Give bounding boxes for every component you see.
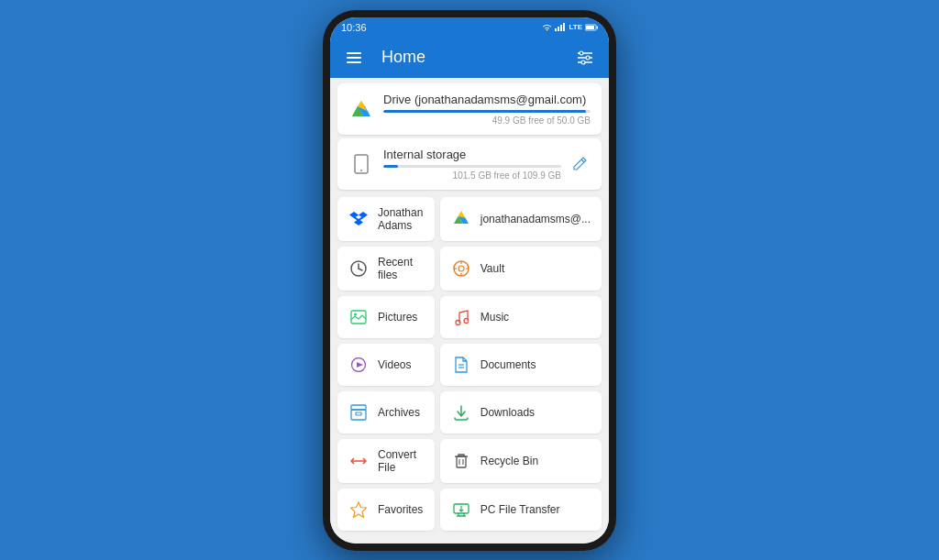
grid-item-pictures[interactable]: Pictures bbox=[337, 296, 435, 338]
svg-marker-27 bbox=[359, 215, 363, 221]
wifi-icon bbox=[542, 23, 552, 31]
star-icon bbox=[348, 500, 369, 520]
grid-item-vault[interactable]: Vault bbox=[440, 247, 602, 291]
grid-item-videos[interactable]: Videos bbox=[337, 344, 435, 386]
google-drive-label: jonathanadamsms@... bbox=[481, 213, 591, 225]
pc-file-transfer-label: PC File Transfer bbox=[481, 503, 560, 516]
music-icon bbox=[451, 307, 471, 327]
download-svg bbox=[453, 404, 470, 421]
archives-label: Archives bbox=[378, 406, 420, 419]
grid-item-music[interactable]: Music bbox=[440, 296, 602, 338]
video-svg bbox=[350, 357, 367, 372]
grid-item-pc-file-transfer[interactable]: PC File Transfer bbox=[440, 489, 602, 531]
edit-icon bbox=[571, 156, 588, 172]
svg-rect-7 bbox=[586, 26, 594, 29]
svg-marker-19 bbox=[358, 101, 365, 106]
recycle-bin-label: Recycle Bin bbox=[481, 455, 538, 467]
grid-item-google-drive[interactable]: jonathanadamsms@... bbox=[440, 197, 602, 241]
drive-bar-fill bbox=[383, 110, 586, 113]
drive-card[interactable]: Drive (jonathanadamsms@gmail.com) 49.9 G… bbox=[337, 83, 602, 135]
svg-rect-54 bbox=[457, 456, 466, 467]
dropbox-icon bbox=[348, 209, 369, 229]
svg-point-42 bbox=[354, 313, 357, 315]
document-svg bbox=[454, 357, 469, 373]
documents-label: Documents bbox=[481, 358, 536, 371]
menu-button[interactable] bbox=[341, 45, 367, 71]
drive-info: Drive (jonathanadamsms@gmail.com) 49.9 G… bbox=[383, 93, 591, 126]
status-time: 10:36 bbox=[341, 22, 367, 33]
drive-free-space: 49.9 GB free of 50.0 GB bbox=[383, 115, 591, 126]
video-icon bbox=[348, 355, 369, 375]
google-drive-icon bbox=[350, 98, 372, 120]
svg-point-13 bbox=[581, 60, 585, 64]
archive-icon bbox=[348, 402, 369, 423]
svg-point-21 bbox=[360, 170, 362, 171]
status-icons: LTE bbox=[542, 23, 598, 31]
phone-icon bbox=[353, 154, 370, 174]
convert-file-label: Convert File bbox=[378, 448, 424, 474]
internal-storage-card[interactable]: Internal storage 101.5 GB free of 109.9 … bbox=[337, 138, 602, 190]
svg-marker-46 bbox=[357, 362, 363, 368]
star-svg bbox=[350, 501, 367, 518]
apps-grid: Jonathan Adams jonathanadamsms@... bbox=[330, 193, 609, 538]
internal-storage-name: Internal storage bbox=[383, 148, 561, 161]
content-scroll[interactable]: Drive (jonathanadamsms@gmail.com) 49.9 G… bbox=[330, 78, 609, 544]
svg-marker-26 bbox=[354, 215, 359, 221]
internal-storage-bar bbox=[383, 165, 561, 168]
document-icon bbox=[451, 355, 471, 375]
trash-icon bbox=[451, 451, 471, 471]
svg-line-22 bbox=[581, 159, 584, 162]
videos-label: Videos bbox=[378, 358, 411, 371]
grid-item-documents[interactable]: Documents bbox=[440, 344, 602, 386]
storage-edit-button[interactable] bbox=[569, 153, 591, 175]
transfer-icon bbox=[451, 500, 471, 520]
svg-rect-49 bbox=[351, 405, 366, 410]
grid-item-jonathan-adams[interactable]: Jonathan Adams bbox=[337, 197, 435, 241]
svg-rect-51 bbox=[356, 412, 361, 415]
vault-label: Vault bbox=[481, 262, 504, 275]
clock-svg bbox=[350, 260, 367, 277]
internal-storage-info: Internal storage 101.5 GB free of 109.9 … bbox=[383, 148, 561, 181]
grid-item-archives[interactable]: Archives bbox=[337, 391, 435, 434]
music-svg bbox=[454, 309, 469, 325]
archive-svg bbox=[350, 404, 367, 421]
filter-icon bbox=[577, 50, 593, 65]
vault-svg bbox=[453, 260, 470, 277]
svg-point-11 bbox=[580, 51, 583, 55]
internal-bar-fill bbox=[383, 165, 398, 168]
lte-label: LTE bbox=[569, 23, 582, 31]
grid-item-downloads[interactable]: Downloads bbox=[440, 391, 602, 434]
svg-point-36 bbox=[458, 266, 464, 271]
transfer-svg bbox=[453, 501, 470, 518]
convert-icon bbox=[348, 451, 369, 471]
grid-item-recycle-bin[interactable]: Recycle Bin bbox=[440, 439, 602, 483]
clock-icon bbox=[348, 258, 369, 279]
picture-svg bbox=[350, 310, 367, 324]
picture-icon bbox=[348, 307, 369, 327]
svg-marker-57 bbox=[351, 502, 367, 518]
favorites-label: Favorites bbox=[378, 503, 423, 516]
phone-screen: 10:36 LTE bbox=[330, 17, 609, 544]
drive-storage-bar bbox=[383, 110, 591, 113]
filter-button[interactable] bbox=[572, 45, 598, 71]
gdrive-account-icon bbox=[451, 209, 471, 229]
recent-files-label: Recent files bbox=[378, 256, 424, 281]
signal-icon bbox=[555, 23, 566, 31]
grid-item-recent-files[interactable]: Recent files bbox=[337, 247, 435, 291]
svg-rect-1 bbox=[555, 28, 557, 31]
internal-storage-icon bbox=[348, 151, 374, 177]
gdrive-svg bbox=[451, 210, 471, 228]
app-bar-title: Home bbox=[381, 48, 572, 67]
grid-item-convert-file[interactable]: Convert File bbox=[337, 439, 435, 483]
trash-svg bbox=[454, 453, 469, 469]
svg-point-0 bbox=[547, 29, 548, 31]
drive-card-icon bbox=[348, 96, 374, 122]
hamburger-icon bbox=[347, 52, 361, 63]
vault-icon bbox=[451, 258, 471, 279]
pictures-label: Pictures bbox=[378, 311, 417, 324]
phone-frame: 10:36 LTE bbox=[323, 10, 616, 551]
grid-item-favorites[interactable]: Favorites bbox=[337, 489, 435, 531]
svg-rect-2 bbox=[558, 27, 559, 31]
svg-rect-3 bbox=[560, 25, 562, 31]
convert-svg bbox=[350, 454, 367, 468]
